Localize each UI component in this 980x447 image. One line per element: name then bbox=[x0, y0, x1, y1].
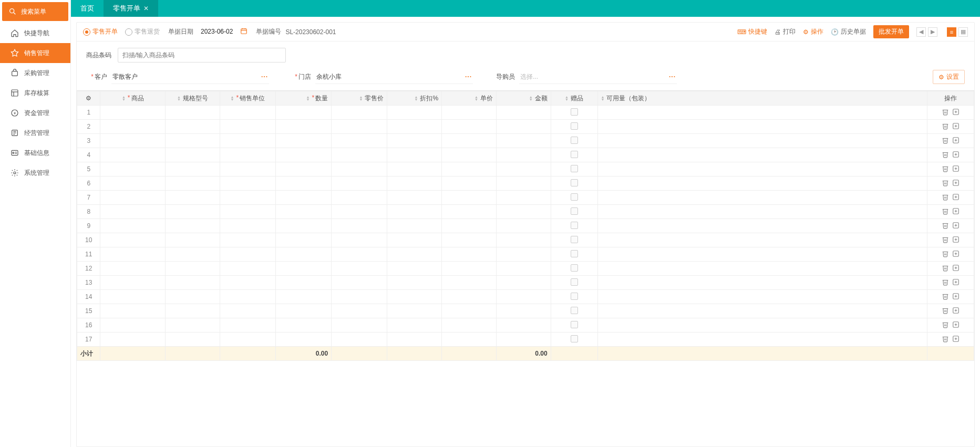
cell-retail-price[interactable] bbox=[332, 276, 387, 290]
cell-product[interactable] bbox=[100, 205, 166, 219]
cell-gift[interactable] bbox=[551, 262, 597, 276]
cell-spec[interactable] bbox=[165, 304, 220, 318]
checkbox-icon[interactable] bbox=[571, 335, 578, 342]
cell-product[interactable] bbox=[100, 176, 166, 191]
cell-product[interactable] bbox=[100, 120, 166, 134]
cell-amount[interactable] bbox=[496, 332, 551, 347]
cell-product[interactable] bbox=[100, 233, 166, 247]
cell-spec[interactable] bbox=[165, 276, 220, 290]
cell-gift[interactable] bbox=[551, 191, 597, 205]
bulk-order-button[interactable]: 批发开单 bbox=[873, 25, 909, 38]
cell-unit[interactable] bbox=[220, 276, 275, 290]
layout-rows-button[interactable]: ≡ bbox=[947, 27, 956, 37]
cell-unit[interactable] bbox=[220, 262, 275, 276]
cell-retail-price[interactable] bbox=[332, 233, 387, 247]
guide-select[interactable]: 选择... ··· bbox=[519, 70, 677, 84]
cell-unit-price[interactable] bbox=[442, 290, 497, 304]
checkbox-icon[interactable] bbox=[571, 137, 578, 144]
cell-amount[interactable] bbox=[496, 262, 551, 276]
checkbox-icon[interactable] bbox=[571, 321, 578, 328]
table-row[interactable]: 7 bbox=[77, 191, 974, 205]
sidebar-item-purchase[interactable]: 采购管理 bbox=[0, 63, 70, 83]
checkbox-icon[interactable] bbox=[571, 151, 578, 158]
delete-row-icon[interactable] bbox=[942, 222, 949, 229]
sidebar-item-sys[interactable]: 系统管理 bbox=[0, 163, 70, 183]
add-row-icon[interactable] bbox=[952, 236, 960, 243]
cell-retail-price[interactable] bbox=[332, 120, 387, 134]
table-row[interactable]: 13 bbox=[77, 276, 974, 290]
add-row-icon[interactable] bbox=[952, 165, 960, 172]
checkbox-icon[interactable] bbox=[571, 236, 578, 243]
cell-spec[interactable] bbox=[165, 191, 220, 205]
add-row-icon[interactable] bbox=[952, 207, 960, 215]
cell-amount[interactable] bbox=[496, 247, 551, 262]
cell-amount[interactable] bbox=[496, 134, 551, 148]
cell-spec[interactable] bbox=[165, 106, 220, 120]
cell-qty[interactable] bbox=[275, 148, 331, 162]
search-menu-button[interactable]: 搜索菜单 bbox=[2, 2, 68, 21]
cell-amount[interactable] bbox=[496, 290, 551, 304]
checkbox-icon[interactable] bbox=[571, 122, 578, 130]
cell-spec[interactable] bbox=[165, 318, 220, 332]
sidebar-item-sale[interactable]: 销售管理 bbox=[0, 43, 70, 63]
table-row[interactable]: 10 bbox=[77, 233, 974, 247]
cell-unit[interactable] bbox=[220, 176, 275, 191]
cell-unit-price[interactable] bbox=[442, 162, 497, 176]
cell-gift[interactable] bbox=[551, 176, 597, 191]
cell-qty[interactable] bbox=[275, 262, 331, 276]
cell-product[interactable] bbox=[100, 262, 166, 276]
cell-discount[interactable] bbox=[387, 134, 442, 148]
store-select[interactable]: 余杭小库 ··· bbox=[315, 70, 473, 84]
cell-qty[interactable] bbox=[275, 191, 331, 205]
cell-gift[interactable] bbox=[551, 106, 597, 120]
operate-link[interactable]: ⚙ 操作 bbox=[803, 27, 823, 36]
barcode-input[interactable] bbox=[118, 48, 286, 63]
shortcut-link[interactable]: ⌨ 快捷键 bbox=[737, 27, 767, 36]
cell-qty[interactable] bbox=[275, 176, 331, 191]
doc-date-value[interactable]: 2023-06-02 bbox=[198, 27, 236, 37]
add-row-icon[interactable] bbox=[952, 108, 960, 116]
cell-qty[interactable] bbox=[275, 205, 331, 219]
cell-amount[interactable] bbox=[496, 318, 551, 332]
cell-amount[interactable] bbox=[496, 106, 551, 120]
add-row-icon[interactable] bbox=[952, 122, 960, 130]
cell-amount[interactable] bbox=[496, 205, 551, 219]
checkbox-icon[interactable] bbox=[571, 207, 578, 215]
add-row-icon[interactable] bbox=[952, 264, 960, 272]
checkbox-icon[interactable] bbox=[571, 108, 578, 116]
cell-discount[interactable] bbox=[387, 176, 442, 191]
cell-unit-price[interactable] bbox=[442, 233, 497, 247]
cell-discount[interactable] bbox=[387, 148, 442, 162]
add-row-icon[interactable] bbox=[952, 307, 960, 314]
cell-gift[interactable] bbox=[551, 219, 597, 233]
delete-row-icon[interactable] bbox=[942, 151, 949, 158]
delete-row-icon[interactable] bbox=[942, 179, 949, 186]
checkbox-icon[interactable] bbox=[571, 193, 578, 201]
th-product[interactable]: ▲▼*商品 bbox=[100, 91, 166, 106]
delete-row-icon[interactable] bbox=[942, 108, 949, 116]
calendar-icon[interactable] bbox=[240, 27, 247, 36]
cell-unit[interactable] bbox=[220, 332, 275, 347]
th-available[interactable]: ▲▼可用量（包装） bbox=[597, 91, 927, 106]
cell-spec[interactable] bbox=[165, 148, 220, 162]
checkbox-icon[interactable] bbox=[571, 179, 578, 186]
delete-row-icon[interactable] bbox=[942, 264, 949, 272]
cell-qty[interactable] bbox=[275, 134, 331, 148]
cell-amount[interactable] bbox=[496, 148, 551, 162]
cell-amount[interactable] bbox=[496, 219, 551, 233]
delete-row-icon[interactable] bbox=[942, 236, 949, 243]
cell-qty[interactable] bbox=[275, 162, 331, 176]
cell-product[interactable] bbox=[100, 191, 166, 205]
cell-gift[interactable] bbox=[551, 134, 597, 148]
cell-qty[interactable] bbox=[275, 290, 331, 304]
cell-unit[interactable] bbox=[220, 304, 275, 318]
checkbox-icon[interactable] bbox=[571, 250, 578, 257]
delete-row-icon[interactable] bbox=[942, 137, 949, 144]
cell-discount[interactable] bbox=[387, 247, 442, 262]
table-row[interactable]: 8 bbox=[77, 205, 974, 219]
cell-retail-price[interactable] bbox=[332, 134, 387, 148]
checkbox-icon[interactable] bbox=[571, 264, 578, 272]
cell-discount[interactable] bbox=[387, 219, 442, 233]
delete-row-icon[interactable] bbox=[942, 278, 949, 286]
cell-unit[interactable] bbox=[220, 219, 275, 233]
